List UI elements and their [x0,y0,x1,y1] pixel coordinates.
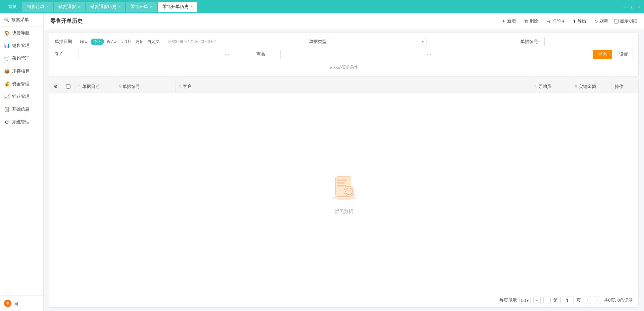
window-close-btn[interactable]: × [638,4,641,9]
empty-icon [327,171,361,205]
tab-home[interactable]: 首页 [3,2,21,12]
pagination: 每页显示 50 ▾ « ‹ 第 页 › » 共0页, 0条记录 [49,293,638,307]
tab-return-history-close[interactable]: × [118,5,120,9]
sidebar-item-sales[interactable]: 📊 销售管理 [0,39,43,52]
th-order-no-label: 单据编号 [122,84,140,90]
sidebar-item-operations[interactable]: 📈 经营管理 [0,90,43,103]
date-shortcuts: 昨天 今天 近7天 近1月 更多 自定义 [79,39,161,45]
number-filter-input[interactable] [544,37,633,46]
page-number-input[interactable] [560,297,574,304]
system-icon: ⚙ [4,119,9,125]
per-page-label: 每页显示 [499,297,517,303]
tab-retail-close[interactable]: × [150,5,152,9]
sidebar-collapse-btn[interactable]: ◀ [14,300,18,307]
delete-button[interactable]: 🗑 删除 [522,17,540,25]
filter-area: 单据日期 昨天 今天 近7天 近1月 更多 自定义 2023-06-02 至 2… [49,33,639,76]
sidebar-bottom: ⚙ ◀ [0,295,43,311]
tab-return-history-label: 销货退货历史 [90,4,116,10]
tab-retail[interactable]: 零售开单 × [126,2,157,12]
collapse-more-btn[interactable]: ∧ 收起更多条件 [55,62,633,72]
th-customer-label: 客户 [183,84,192,90]
sidebar-item-base[interactable]: 📋 基础信息 [0,103,43,116]
show-detail-check[interactable]: 显示明细 [614,18,637,24]
per-page-select[interactable]: 50 ▾ [519,297,531,304]
sidebar-search[interactable]: 🔍 搜索采单 [0,13,43,27]
th-order-no[interactable]: ⇅ 单据编号 [115,80,176,93]
tab-return[interactable]: 销货退货 × [54,2,85,12]
next-page-btn[interactable]: › [584,297,591,304]
svg-rect-2 [337,179,347,181]
first-page-btn[interactable]: « [533,297,541,304]
sidebar-item-sales-label: 销售管理 [12,43,30,49]
settings-filter-button[interactable]: 设置 [614,50,633,59]
select-all-checkbox[interactable] [66,84,70,89]
tab-return-history[interactable]: 销货退货历史 × [86,2,125,12]
sidebar-item-purchase[interactable]: 🛒 采购管理 [0,52,43,65]
base-icon: 📋 [4,107,9,112]
settings-btn[interactable]: ⚙ [4,300,11,307]
collapse-label: 收起更多条件 [334,64,358,70]
customer-filter-input[interactable]: ··· [79,50,232,59]
tab-return-label: 销货退货 [58,4,76,10]
per-page-arrow: ▾ [527,298,529,303]
tab-return-close[interactable]: × [78,5,80,9]
date-custom[interactable]: 自定义 [146,39,161,45]
settings-icon: ⚙ [54,84,58,89]
add-button[interactable]: ＋ 新增 [499,17,518,25]
search-icon: 🔍 [4,17,9,22]
th-salesperson[interactable]: ⇅ 导购员 [531,80,571,93]
sort-salesperson-icon: ⇅ [534,85,537,88]
window-min-btn[interactable]: — [623,4,628,9]
th-date[interactable]: ⇅ 单据日期 [75,80,115,93]
export-label: 导出 [578,18,586,24]
date-7days[interactable]: 近7天 [105,39,118,45]
th-settings[interactable]: ⚙ [49,80,62,93]
date-today[interactable]: 今天 [91,39,104,45]
last-page-btn[interactable]: » [594,297,601,304]
date-yesterday[interactable]: 昨天 [79,39,89,45]
sidebar-item-finance-label: 资金管理 [12,81,30,87]
show-detail-checkbox[interactable] [614,19,618,23]
query-button[interactable]: 查询 [593,50,612,59]
type-filter-select[interactable]: ▾ [333,37,427,46]
sidebar-item-finance[interactable]: 💰 资金管理 [0,77,43,90]
date-more[interactable]: 更多 [134,39,145,45]
print-button[interactable]: 🖨 打印 ▾ [544,17,566,25]
add-icon: ＋ [501,18,506,24]
show-detail-label: 显示明细 [620,18,637,24]
goods-filter-input[interactable]: ··· [280,50,434,59]
tab-retail-history-close[interactable]: × [191,5,193,9]
inventory-icon: 📦 [4,68,9,74]
tab-sales-order-close[interactable]: × [46,5,48,9]
export-button[interactable]: ⬆ 导出 [571,17,588,25]
content-area: 零售开单历史 ＋ 新增 🗑 删除 🖨 打印 ▾ ⬆ 导出 [44,13,644,311]
th-customer[interactable]: ⇅ 客户 [176,80,531,93]
sidebar-item-nav[interactable]: 🏠 快捷导航 [0,27,43,39]
tab-sales-order-label: 销售订单 [27,4,44,10]
sidebar-item-inventory-label: 库存核算 [12,68,30,74]
refresh-icon: ↻ [594,19,598,24]
export-icon: ⬆ [573,19,576,24]
sidebar-item-base-label: 基础信息 [12,106,30,112]
sidebar-item-inventory[interactable]: 📦 库存核算 [0,65,43,77]
type-filter-label: 单据类型 [309,39,328,45]
sort-customer-icon: ⇅ [179,85,182,88]
tab-home-label: 首页 [8,4,17,10]
sidebar-item-system[interactable]: ⚙ 系统管理 [0,116,43,128]
date-1month[interactable]: 近1月 [120,39,133,45]
sidebar-item-purchase-label: 采购管理 [12,55,30,61]
th-salesperson-label: 导购员 [538,84,551,90]
refresh-button[interactable]: ↻ 刷新 [592,17,610,25]
tab-retail-history[interactable]: 零售开单历史 × [158,2,197,12]
th-checkbox[interactable] [62,80,75,93]
sidebar-search-label: 搜索采单 [11,17,29,23]
print-label: 打印 [552,18,561,24]
goods-filter-label: 商品 [256,51,275,57]
top-bar: 首页 销售订单 × 销货退货 × 销货退货历史 × 零售开单 × 零售开单历史 … [0,0,644,13]
collapse-arrow: ∧ [330,65,333,70]
per-page-value: 50 [521,298,526,303]
tab-sales-order[interactable]: 销售订单 × [22,2,53,12]
th-action: 操作 [611,80,638,93]
window-max-btn[interactable]: □ [632,4,634,9]
prev-page-btn[interactable]: ‹ [543,297,551,304]
